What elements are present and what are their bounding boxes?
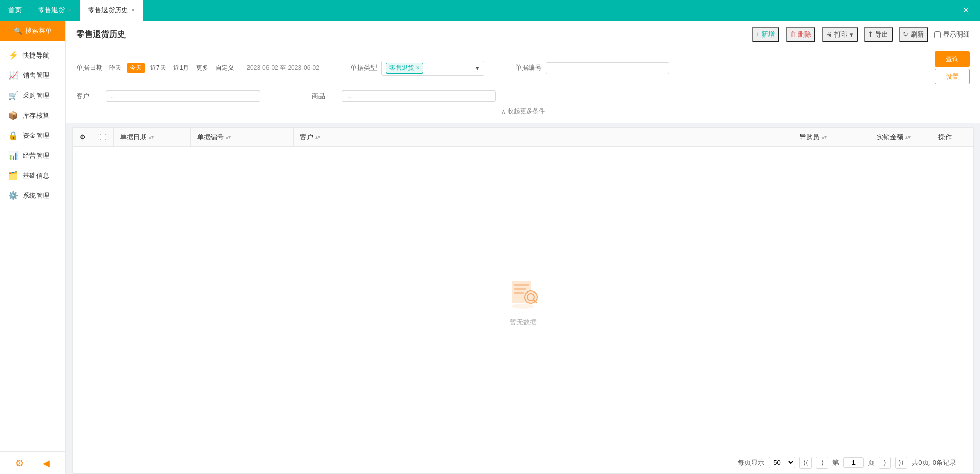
sidebar-item-operation[interactable]: 📊 经营管理 xyxy=(0,145,65,166)
settings-col-icon: ⚙ xyxy=(80,133,86,141)
sidebar-item-inventory[interactable]: 📦 库存核算 xyxy=(0,105,65,125)
sidebar-item-system-label: 系统管理 xyxy=(23,191,49,200)
refresh-button[interactable]: ↻ 刷新 xyxy=(899,27,928,42)
th-date-sort-icon[interactable]: ▴▾ xyxy=(149,135,154,140)
page-label-post: 页 xyxy=(868,458,875,467)
pagination-bar: 每页显示 10 20 50 100 ⟨⟨ ⟨ 第 页 ⟩ ⟩⟩ 共0页, 0条记… xyxy=(79,451,967,473)
th-guide: 导购员 ▴▾ xyxy=(793,128,870,146)
goods-select[interactable]: ... xyxy=(342,90,496,102)
sidebar-item-purchase[interactable]: 🛒 采购管理 xyxy=(0,85,65,105)
show-detail-label[interactable]: 显示明细 xyxy=(934,30,970,39)
total-text: 共0页, 0条记录 xyxy=(912,458,956,467)
date-filter: 单据日期 昨天 今天 近7天 近1月 更多 自定义 xyxy=(76,63,236,73)
show-detail-checkbox[interactable] xyxy=(934,31,941,38)
sidebar-item-basic-info-label: 基础信息 xyxy=(23,171,49,180)
window-close-button[interactable]: ✕ xyxy=(958,5,974,16)
sidebar-bottom: ⚙ ◀ xyxy=(0,451,65,474)
type-filter-select[interactable]: 零售退货 × ▾ xyxy=(381,61,484,76)
th-amount-sort-icon[interactable]: ▴▾ xyxy=(905,135,911,140)
sidebar-search-label: 搜索菜单 xyxy=(25,26,52,35)
page-title-row: 零售退货历史 + 新增 🗑 删除 🖨 打印 ▾ ⬆ 导出 xyxy=(76,27,970,42)
page-first-button[interactable]: ⟨⟨ xyxy=(799,457,812,469)
page-size-label: 每页显示 xyxy=(738,458,764,467)
settings-bottom-icon[interactable]: ⚙ xyxy=(15,458,24,469)
date-option-custom[interactable]: 自定义 xyxy=(213,63,236,73)
purchase-icon: 🛒 xyxy=(8,90,19,100)
th-num-label: 单据编号 xyxy=(197,133,224,142)
th-guide-sort-icon[interactable]: ▴▾ xyxy=(822,135,827,140)
goods-placeholder: ... xyxy=(346,93,351,100)
sidebar-item-quick-nav-label: 快捷导航 xyxy=(23,51,49,60)
customer-select[interactable]: ... xyxy=(106,90,260,102)
refresh-button-label: ↻ 刷新 xyxy=(903,30,924,39)
th-guide-label: 导购员 xyxy=(799,133,819,142)
doc-num-input[interactable] xyxy=(546,62,669,74)
tab-retail-return[interactable]: 零售退货 × xyxy=(30,0,80,21)
print-button-label: 🖨 打印 xyxy=(826,30,848,39)
sidebar-item-sales-label: 销售管理 xyxy=(23,71,49,80)
th-num: 单据编号 ▴▾ xyxy=(191,128,294,146)
sidebar-item-operation-label: 经营管理 xyxy=(23,151,49,160)
inventory-icon: 📦 xyxy=(8,111,19,120)
date-option-1month[interactable]: 近1月 xyxy=(171,63,191,73)
tab-retail-return-history[interactable]: 零售退货历史 × xyxy=(80,0,143,21)
collapse-filter-button[interactable]: ∧ 收起更多条件 xyxy=(495,105,551,118)
page-number-input[interactable] xyxy=(843,457,864,468)
tab-retail-return-history-close[interactable]: × xyxy=(131,7,135,14)
content-area: 零售退货历史 + 新增 🗑 删除 🖨 打印 ▾ ⬆ 导出 xyxy=(66,21,980,474)
action-buttons: 查询 设置 xyxy=(935,51,970,84)
collapse-sidebar-icon[interactable]: ◀ xyxy=(43,458,50,469)
goods-filter-label: 商品 xyxy=(312,92,337,101)
delete-button[interactable]: 🗑 删除 xyxy=(786,27,816,42)
th-date: 单据日期 ▴▾ xyxy=(114,128,191,146)
settings-button[interactable]: 设置 xyxy=(935,69,970,84)
svg-rect-3 xyxy=(514,288,526,290)
date-option-yesterday[interactable]: 昨天 xyxy=(107,63,123,73)
date-range-display: 2023-06-02 至 2023-06-02 xyxy=(246,64,319,72)
print-dropdown-icon: ▾ xyxy=(850,31,853,39)
svg-rect-4 xyxy=(514,292,524,294)
type-select-chevron: ▾ xyxy=(476,64,479,72)
filter-row-2: 客户 ... 商品 ... xyxy=(76,87,970,105)
tab-home[interactable]: 首页 xyxy=(0,0,30,21)
sidebar-item-system[interactable]: ⚙️ 系统管理 xyxy=(0,186,65,206)
print-button[interactable]: 🖨 打印 ▾ xyxy=(822,27,858,42)
basic-info-icon: 🗂️ xyxy=(8,171,19,180)
export-button[interactable]: ⬆ 导出 xyxy=(864,27,893,42)
tab-retail-return-close[interactable]: × xyxy=(68,7,72,14)
date-option-7days[interactable]: 近7天 xyxy=(148,63,168,73)
th-num-sort-icon[interactable]: ▴▾ xyxy=(226,135,231,140)
new-button[interactable]: + 新增 xyxy=(752,27,779,42)
select-all-checkbox[interactable] xyxy=(100,134,106,140)
th-checkbox[interactable] xyxy=(93,128,114,146)
page-prev-button[interactable]: ⟨ xyxy=(816,457,828,469)
empty-state-icon xyxy=(503,270,544,312)
page-title: 零售退货历史 xyxy=(76,29,126,40)
th-settings[interactable]: ⚙ xyxy=(73,128,93,146)
sales-icon: 📈 xyxy=(8,70,19,80)
sidebar-item-quick-nav[interactable]: ⚡ 快捷导航 xyxy=(0,45,65,65)
sidebar-item-sales[interactable]: 📈 销售管理 xyxy=(0,65,65,85)
sidebar-search[interactable]: 🔍 搜索菜单 xyxy=(0,21,65,41)
goods-filter: 商品 ... xyxy=(312,90,496,102)
page-last-button[interactable]: ⟩⟩ xyxy=(895,457,907,469)
page-next-button[interactable]: ⟩ xyxy=(879,457,891,469)
page-size-select[interactable]: 10 20 50 100 xyxy=(769,457,795,468)
date-filter-label: 单据日期 xyxy=(76,63,103,72)
svg-point-0 xyxy=(512,304,534,309)
quick-nav-icon: ⚡ xyxy=(8,50,19,60)
sidebar-item-finance[interactable]: 🔒 资金管理 xyxy=(0,125,65,145)
date-option-more[interactable]: 更多 xyxy=(194,63,210,73)
sidebar-nav: ⚡ 快捷导航 📈 销售管理 🛒 采购管理 📦 库存核算 🔒 资金管理 📊 xyxy=(0,41,65,451)
customer-filter: 客户 ... xyxy=(76,90,260,102)
query-button[interactable]: 查询 xyxy=(935,51,970,67)
finance-icon: 🔒 xyxy=(8,131,19,140)
type-tag-close[interactable]: × xyxy=(416,64,420,71)
sidebar-item-basic-info[interactable]: 🗂️ 基础信息 xyxy=(0,166,65,186)
th-amount: 实销金额 ▴▾ xyxy=(870,128,932,146)
tab-retail-return-label: 零售退货 xyxy=(38,6,65,15)
table-container: ⚙ 单据日期 ▴▾ 单据编号 ▴▾ 客户 ▴▾ 导购员 xyxy=(72,127,974,474)
table-body: 暂无数据 xyxy=(73,147,973,451)
th-customer-sort-icon[interactable]: ▴▾ xyxy=(315,135,320,140)
date-option-today[interactable]: 今天 xyxy=(127,63,145,73)
